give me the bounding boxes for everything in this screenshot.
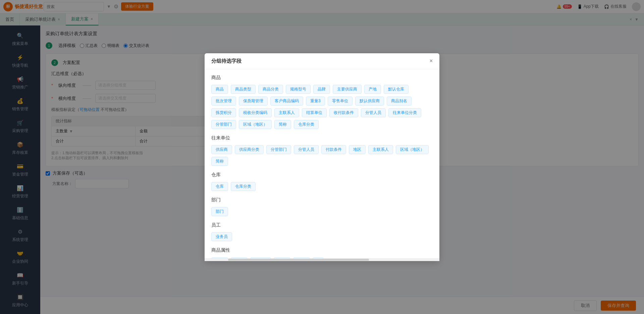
field-select-modal: 分组待选字段 × 商品 商品 商品类型 商品分类 规格型号 品牌 主要供应商 产… [205,53,439,261]
modal-header: 分组待选字段 × [205,53,439,69]
field-tag-supplier-cat[interactable]: 供应商分类 [235,145,264,154]
field-tag-supervisor2[interactable]: 分管人员 [294,145,319,154]
field-tag-region[interactable]: 区域（地区） [239,120,272,129]
field-tag-salesman[interactable]: 业务员 [211,232,232,241]
field-tag-partner-category[interactable]: 往来单位分类 [388,108,421,117]
field-tag-weight3[interactable]: 重量3 [306,97,325,106]
field-tag-main-supplier[interactable]: 主要供应商 [333,85,362,94]
field-tag-dept2[interactable]: 分管部门 [266,145,291,154]
field-tags-warehouse: 仓库 仓库分类 [211,182,433,191]
field-tag-retail-unit[interactable]: 零售单位 [328,97,353,106]
field-tag-goods[interactable]: 商品 [211,85,228,94]
field-tag-main-contact2[interactable]: 主联系人 [368,145,393,154]
field-tags-employee: 业务员 [211,232,433,241]
field-tag-supervisor[interactable]: 分管人员 [361,108,386,117]
modal-hscrollbar[interactable] [205,258,439,261]
field-tag-department[interactable]: 部门 [211,207,228,216]
field-tag-region2[interactable]: 区域（地区） [396,145,429,154]
field-tag-settlement-unit[interactable]: 结算单位 [302,108,327,117]
field-tag-dept[interactable]: 分管部门 [211,120,236,129]
field-tag-payment-condition[interactable]: 付款条件 [321,145,346,154]
field-tag-origin[interactable]: 产地 [364,85,381,94]
field-tag-tax-code[interactable]: 税收分类编码 [239,108,272,117]
field-tag-short-name2[interactable]: 简称 [211,157,228,166]
field-tag-warehouse-category[interactable]: 仓库分类 [231,182,256,191]
field-tag-warehouse[interactable]: 仓库 [211,182,228,191]
field-tag-short-name[interactable]: 简称 [274,120,291,129]
field-tag-goods-type[interactable]: 商品类型 [231,85,256,94]
group-title-partner: 往来单位 [211,135,433,141]
field-tag-goods-category[interactable]: 商品分类 [258,85,283,94]
field-tags-goods: 商品 商品类型 商品分类 规格型号 品牌 主要供应商 产地 默认仓库 批次管理 … [211,85,433,129]
group-title-warehouse: 仓库 [211,172,433,178]
field-tag-shelf-life[interactable]: 保质期管理 [239,97,268,106]
field-tag-pick-points[interactable]: 拣货积分 [211,108,236,117]
field-tag-brand[interactable]: 品牌 [313,85,330,94]
field-tag-supplier[interactable]: 供应商 [211,145,232,154]
group-title-employee: 员工 [211,222,433,228]
field-tag-customer-code[interactable]: 客户商品编码 [270,97,303,106]
field-tags-dept: 部门 [211,207,433,216]
field-tag-default-supplier[interactable]: 默认供应商 [355,97,384,106]
modal-title: 分组待选字段 [211,58,241,64]
group-title-product-attr: 商品属性 [211,247,433,253]
modal-overlay: 分组待选字段 × 商品 商品 商品类型 商品分类 规格型号 品牌 主要供应商 产… [0,0,644,314]
group-title-dept: 部门 [211,197,433,203]
field-tag-batch-mgmt[interactable]: 批次管理 [211,97,236,106]
modal-hscroll-thumb [228,259,369,261]
field-tag-spec[interactable]: 规格型号 [286,85,311,94]
field-tag-alias[interactable]: 商品别名 [387,97,412,106]
modal-close-button[interactable]: × [430,58,433,64]
field-tag-payment-terms[interactable]: 收付款条件 [329,108,358,117]
field-tag-warehouse-cat[interactable]: 仓库分类 [294,120,319,129]
field-tag-default-warehouse[interactable]: 默认仓库 [384,85,409,94]
modal-body[interactable]: 商品 商品 商品类型 商品分类 规格型号 品牌 主要供应商 产地 默认仓库 批次… [205,69,439,259]
field-tags-partner: 供应商 供应商分类 分管部门 分管人员 付款条件 地区 主联系人 区域（地区） … [211,145,433,166]
group-title-goods: 商品 [211,75,433,81]
field-tag-main-contact[interactable]: 主联系人 [274,108,299,117]
field-tag-area[interactable]: 地区 [349,145,366,154]
